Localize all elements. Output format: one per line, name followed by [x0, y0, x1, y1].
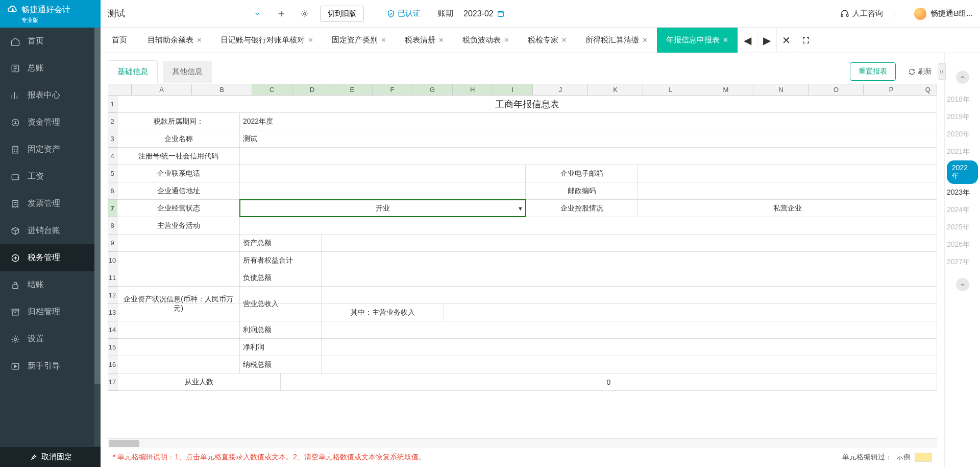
column-header[interactable]: P — [864, 84, 919, 95]
row-header[interactable]: 14 — [108, 321, 117, 339]
row-header[interactable]: 3 — [108, 130, 117, 148]
row-header[interactable]: 12 — [108, 287, 117, 304]
year-up-button[interactable] — [956, 71, 969, 84]
year-item[interactable]: 2021年 — [947, 143, 978, 160]
tab-scroll-left[interactable]: ◀ — [738, 28, 757, 53]
cell[interactable]: 从业人数 — [117, 373, 281, 390]
add-button[interactable] — [273, 6, 289, 22]
subtab-other[interactable]: 其他信息 — [163, 61, 212, 83]
column-header[interactable]: G — [412, 84, 453, 95]
cell[interactable]: 0 — [281, 373, 937, 390]
period-value[interactable]: 2022年度 — [240, 113, 937, 130]
close-icon[interactable]: ✕ — [723, 36, 728, 44]
cell[interactable] — [638, 182, 937, 199]
subtab-basic[interactable]: 基础信息 — [108, 60, 158, 83]
column-header[interactable]: A — [132, 84, 192, 95]
cell[interactable] — [322, 252, 937, 269]
cell[interactable] — [444, 304, 937, 321]
year-item[interactable]: 2020年 — [947, 126, 978, 143]
row-header[interactable]: 13 — [108, 304, 117, 321]
sheet-title[interactable]: 工商年报信息表 — [117, 96, 937, 112]
cell[interactable] — [322, 356, 937, 373]
tab-scroll-right[interactable]: ▶ — [757, 28, 776, 53]
nav-invoice[interactable]: 发票管理 — [0, 190, 101, 217]
unpin-button[interactable]: 取消固定 — [0, 447, 101, 467]
settings-button[interactable] — [297, 6, 313, 22]
column-header[interactable]: F — [373, 84, 413, 95]
tab-item[interactable]: 所得税汇算清缴✕ — [576, 28, 657, 53]
tab-item[interactable]: 税负波动表✕ — [453, 28, 519, 53]
tab-item[interactable]: 日记账与银行对账单核对✕ — [211, 28, 323, 53]
tab-item[interactable]: 目辅助余额表✕ — [138, 28, 211, 53]
row-header[interactable]: 2 — [108, 113, 117, 130]
close-icon[interactable]: ✕ — [504, 36, 509, 44]
nav-tax[interactable]: 税务管理 — [0, 244, 101, 271]
tab-home[interactable]: 首页 — [101, 28, 138, 53]
row-header[interactable]: 8 — [108, 217, 117, 235]
row-header[interactable]: 7 — [108, 200, 117, 217]
nav-assets[interactable]: 固定资产 — [0, 136, 101, 163]
cell[interactable] — [240, 217, 937, 234]
cell[interactable] — [322, 269, 937, 286]
row-header[interactable]: 15 — [108, 339, 117, 356]
close-icon[interactable]: ✕ — [381, 36, 386, 44]
tab-item[interactable]: 税检专家✕ — [519, 28, 576, 53]
year-item[interactable]: 2027年 — [947, 253, 978, 271]
nav-salary[interactable]: 工资 — [0, 163, 101, 190]
consult-button[interactable]: 人工咨询 — [840, 9, 883, 18]
cell[interactable]: 纳税总额 — [240, 356, 322, 373]
cell[interactable] — [240, 148, 937, 165]
year-down-button[interactable] — [956, 278, 969, 291]
close-icon[interactable]: ✕ — [308, 36, 313, 44]
cell[interactable] — [322, 321, 937, 338]
row-header[interactable]: 5 — [108, 165, 117, 182]
cell[interactable]: 企业联系电话 — [117, 165, 240, 182]
period-picker[interactable]: 2023-02 — [463, 9, 505, 18]
user-menu[interactable]: 畅捷通B组... — [914, 8, 973, 20]
row-header[interactable]: 6 — [108, 182, 117, 200]
row-header[interactable]: 16 — [108, 356, 117, 373]
nav-stock[interactable]: 进销台账 — [0, 217, 101, 244]
refresh-button[interactable]: 刷新 — [908, 67, 932, 76]
row-header[interactable]: 1 — [108, 96, 117, 113]
cell[interactable]: 企业经营状态 — [117, 200, 240, 217]
cell[interactable]: 企业电子邮箱 — [526, 165, 638, 182]
close-icon[interactable]: ✕ — [561, 36, 567, 44]
column-header[interactable]: B — [192, 84, 252, 95]
cell[interactable]: 私营企业 — [638, 200, 937, 217]
cell[interactable]: 负债总额 — [240, 269, 322, 286]
column-header[interactable]: N — [753, 84, 808, 95]
cell[interactable]: 利润总额 — [240, 321, 322, 338]
cell[interactable]: 资产总额 — [240, 235, 322, 251]
cell[interactable]: 企业通信地址 — [117, 182, 240, 199]
nav-archive[interactable]: 归档管理 — [0, 298, 101, 325]
asset-section-label[interactable]: 企业资产状况信息(币种：人民币万元) — [117, 235, 240, 373]
row-header[interactable]: 4 — [108, 148, 117, 165]
cell[interactable] — [240, 182, 526, 199]
column-header[interactable]: D — [292, 84, 333, 95]
cell[interactable]: 主营业务活动 — [117, 217, 240, 234]
column-header[interactable]: Q — [919, 84, 937, 95]
column-header[interactable]: L — [643, 84, 698, 95]
column-header[interactable]: H — [453, 84, 493, 95]
switch-old-button[interactable]: 切到旧版 — [320, 6, 364, 22]
horizontal-scrollbar[interactable] — [108, 438, 937, 448]
cell[interactable]: 所有者权益合计 — [240, 252, 322, 269]
tab-item-active[interactable]: 年报信息申报表✕ — [657, 28, 738, 53]
tab-item[interactable]: 税表清册✕ — [396, 28, 453, 53]
fullscreen-button[interactable] — [796, 28, 815, 53]
column-header[interactable]: M — [698, 84, 753, 95]
cell[interactable]: 注册号/统一社会信用代码 — [117, 148, 240, 165]
nav-home[interactable]: 首页 — [0, 28, 101, 55]
nav-ledger[interactable]: 总账 — [0, 55, 101, 82]
year-item[interactable]: 2019年 — [947, 108, 978, 126]
column-header[interactable]: K — [588, 84, 643, 95]
cell[interactable]: 企业名称 — [117, 130, 240, 147]
company-select[interactable]: 测试 — [108, 8, 266, 19]
spreadsheet[interactable]: ABCDEFGHIJKLMNOPQ 1234567891011121314151… — [108, 84, 937, 438]
cell[interactable]: 其中：主营业务收入 — [322, 304, 444, 321]
close-icon[interactable]: ✕ — [642, 36, 648, 44]
cell[interactable] — [638, 165, 937, 182]
close-icon[interactable]: ✕ — [438, 36, 444, 44]
collapse-handle[interactable]: ⟨⟨ — [938, 63, 946, 80]
